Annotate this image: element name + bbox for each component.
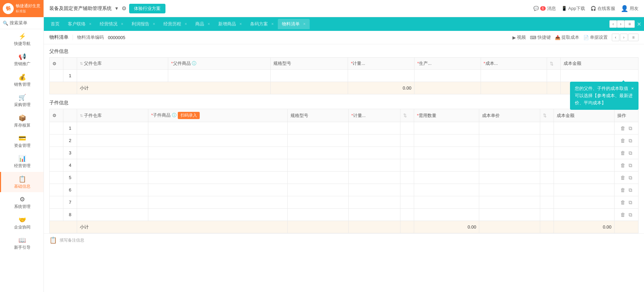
child-cell-product-6[interactable] <box>148 184 288 196</box>
child-cell-unit-price-4[interactable] <box>479 159 540 172</box>
child-cell-spec-7[interactable] <box>288 196 348 209</box>
child-cell-unit-price-1[interactable] <box>479 122 540 135</box>
sidebar-item-guide[interactable]: 📖 新手引导 <box>0 233 44 253</box>
tab-bom-close[interactable]: × <box>303 22 306 26</box>
child-cell-qty-8[interactable] <box>414 209 479 221</box>
delete-icon-8[interactable]: 🗑 <box>620 212 626 218</box>
tab-profit-close[interactable]: × <box>153 22 155 26</box>
sidebar-search-area[interactable]: 🔍 搜索菜单 <box>0 17 44 29</box>
child-cell-spec-2[interactable] <box>288 135 348 147</box>
child-cell-sort2-4[interactable] <box>540 159 554 172</box>
prev-arrow[interactable]: ‹ <box>612 34 619 41</box>
tab-bom[interactable]: 物料清单 × <box>278 19 310 29</box>
child-cell-sort2-2[interactable] <box>540 135 554 147</box>
child-cell-product-3[interactable] <box>148 147 288 159</box>
child-cell-spec-4[interactable] <box>288 159 348 172</box>
child-cell-sort2-8[interactable] <box>540 209 554 221</box>
child-cell-qty-1[interactable] <box>414 122 479 135</box>
tab-home[interactable]: 首页 <box>47 19 64 29</box>
online-service-item[interactable]: 🎧 在线客服 <box>591 5 615 12</box>
child-cell-warehouse-2[interactable] <box>77 135 148 147</box>
copy-icon-2[interactable]: ⧉ <box>629 138 632 143</box>
child-cell-sort-4[interactable] <box>400 159 414 172</box>
child-cell-qty-4[interactable] <box>414 159 479 172</box>
next-arrow[interactable]: › <box>620 34 628 41</box>
delete-icon-2[interactable]: 🗑 <box>620 138 626 143</box>
delete-icon-5[interactable]: 🗑 <box>620 175 626 180</box>
sidebar-item-sales[interactable]: 💰 销售管理 <box>0 70 44 90</box>
child-cell-unit-7[interactable] <box>348 196 400 209</box>
parent-cell-unit-1[interactable] <box>348 70 414 82</box>
child-cell-warehouse-1[interactable] <box>77 122 148 135</box>
child-cell-cost-amount-7[interactable] <box>554 196 614 209</box>
parent-cell-spec-1[interactable] <box>270 70 348 82</box>
tab-product[interactable]: 商品 × <box>191 19 214 29</box>
view-button[interactable]: ▶ 视频 <box>512 34 526 40</box>
child-cell-sort-1[interactable] <box>400 122 414 135</box>
tab-customer[interactable]: 客户联络 × <box>64 19 96 29</box>
child-cell-product-4[interactable] <box>148 159 288 172</box>
child-cell-cost-amount-3[interactable] <box>554 147 614 159</box>
child-cell-sort-6[interactable] <box>400 184 414 196</box>
parent-cell-cost-amount-1[interactable] <box>561 70 639 82</box>
delete-icon-3[interactable]: 🗑 <box>620 150 626 156</box>
tab-add-product-close[interactable]: × <box>239 22 242 26</box>
tab-history[interactable]: 经营历程 × <box>159 19 191 29</box>
parent-cell-sort-1[interactable] <box>547 70 561 82</box>
tab-operation[interactable]: 经营情况 × <box>96 19 127 29</box>
child-cell-unit-price-3[interactable] <box>479 147 540 159</box>
sidebar-item-finance[interactable]: 💳 资金管理 <box>0 131 44 151</box>
sidebar-item-marketing[interactable]: 📢 营销推广 <box>0 49 44 70</box>
parent-col-settings[interactable]: ⚙ <box>50 58 63 70</box>
child-cell-product-2[interactable] <box>148 135 288 147</box>
tab-history-close[interactable]: × <box>185 22 187 26</box>
list-view-button[interactable]: ≡ <box>628 34 639 41</box>
tab-scroll-right[interactable]: › <box>617 20 624 28</box>
sidebar-item-operation[interactable]: 📊 经营管理 <box>0 151 44 172</box>
sidebar-item-basic-info[interactable]: 📋 基础信息 <box>0 172 44 192</box>
tab-barcode[interactable]: 条码方案 × <box>246 19 278 29</box>
child-cell-cost-amount-1[interactable] <box>554 122 614 135</box>
child-cell-unit-4[interactable] <box>348 159 400 172</box>
tab-menu[interactable]: ≡ <box>624 20 635 28</box>
settings-icon[interactable]: ⚙ <box>122 5 126 12</box>
child-cell-cost-amount-8[interactable] <box>554 209 614 221</box>
child-cell-unit-2[interactable] <box>348 135 400 147</box>
child-cell-unit-price-6[interactable] <box>479 184 540 196</box>
child-cell-spec-1[interactable] <box>288 122 348 135</box>
tab-close-all-icon[interactable]: ✕ <box>637 21 641 27</box>
search-menu-button[interactable]: 🔍 搜索菜单 <box>3 20 41 26</box>
child-cell-sort2-1[interactable] <box>540 122 554 135</box>
tooltip-close-button[interactable]: × <box>631 85 634 92</box>
child-cell-sort-3[interactable] <box>400 147 414 159</box>
copy-icon-7[interactable]: ⧉ <box>629 199 632 205</box>
child-cell-sort2-3[interactable] <box>540 147 554 159</box>
tab-barcode-close[interactable]: × <box>271 22 274 26</box>
child-cell-product-1[interactable] <box>148 122 288 135</box>
sidebar-item-purchase[interactable]: 🛒 采购管理 <box>0 90 44 110</box>
child-cell-product-7[interactable] <box>148 196 288 209</box>
child-cell-spec-6[interactable] <box>288 184 348 196</box>
delete-icon-7[interactable]: 🗑 <box>620 199 626 205</box>
child-cell-sort-5[interactable] <box>400 172 414 184</box>
child-cell-cost-amount-4[interactable] <box>554 159 614 172</box>
extract-cost-button[interactable]: 📥 提取成本 <box>555 34 579 40</box>
copy-icon-8[interactable]: ⧉ <box>629 212 632 218</box>
copy-icon-1[interactable]: ⧉ <box>629 125 632 131</box>
child-cell-spec-8[interactable] <box>288 209 348 221</box>
tab-add-product[interactable]: 新增商品 × <box>214 19 246 29</box>
child-cell-qty-3[interactable] <box>414 147 479 159</box>
child-cell-unit-price-5[interactable] <box>479 172 540 184</box>
copy-icon-5[interactable]: ⧉ <box>629 175 632 180</box>
child-cell-sort-2[interactable] <box>400 135 414 147</box>
sidebar-item-system[interactable]: ⚙ 系统管理 <box>0 192 44 212</box>
child-cell-sort-8[interactable] <box>400 209 414 221</box>
child-cell-unit-6[interactable] <box>348 184 400 196</box>
copy-icon-6[interactable]: ⧉ <box>629 187 632 193</box>
child-cell-warehouse-6[interactable] <box>77 184 148 196</box>
tab-product-close[interactable]: × <box>208 22 210 26</box>
sidebar-item-inventory[interactable]: 📦 库存核算 <box>0 111 44 131</box>
child-cell-spec-3[interactable] <box>288 147 348 159</box>
sidebar-item-enterprise[interactable]: 🤝 企业协同 <box>0 213 44 233</box>
app-download-item[interactable]: 📱 App下载 <box>561 5 585 12</box>
